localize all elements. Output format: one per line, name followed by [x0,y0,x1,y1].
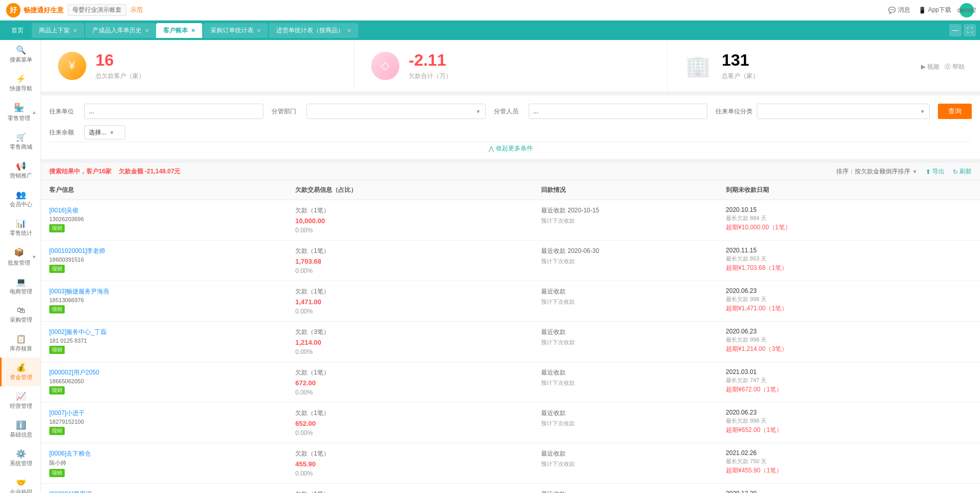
data-table: 客户信息 欠款交易信息（占比） 回款情况 到期未收款日期 [0016]吴俊 13… [41,181,980,493]
sidebar-item-retail-mgmt[interactable]: 🏪 零售管理 ▲ [0,97,41,127]
sidebar-item-inventory[interactable]: 📋 库存核算 [0,329,41,358]
app-download-btn[interactable]: 📱 App下载 [918,6,951,14]
customer-name-2[interactable]: [0003]畅捷服务尹海燕 [49,287,295,296]
debt-count-5: 欠款（1笔） [295,409,541,418]
system-name[interactable]: 母婴行业演示账套 [68,4,126,16]
overdue-amount-3[interactable]: 超期¥1,214.00（3笔） [726,345,972,353]
due-date-7: 2020.12.30 [726,490,972,493]
overdue-amount-2[interactable]: 超期¥1,471.00（1笔） [726,304,972,313]
help-circle-icon: ⓪ [945,63,951,71]
sidebar-item-purchase[interactable]: 🛍 采购管理 [0,301,41,329]
customer-name-7[interactable]: [000001]黄思源 [49,490,295,493]
overdue-amount-6[interactable]: 超期¥455.90（1笔） [726,466,972,475]
debt-info-7: 欠款（1笔） 429.00 0.00% [295,490,541,493]
building-icon: 🏢 [685,54,711,78]
debt-count-2: 欠款（1笔） [295,287,541,296]
query-button[interactable]: 查询 [938,104,972,119]
tab-expand-btn[interactable]: ⛶ [964,24,976,36]
filter-select-category[interactable]: ▼ [757,104,930,119]
tab-customer[interactable]: 客户账本 ✕ [156,23,202,38]
customer-name-1[interactable]: [0001020001]李老师 [49,247,295,255]
chevron-down-category-icon: ▼ [920,109,925,114]
sidebar-item-basic-info[interactable]: ℹ️ 基础信息 [0,415,41,444]
sidebar-item-quick-nav[interactable]: ⚡ 快捷导航 [0,69,41,97]
tab-stock[interactable]: 进货单统计表（按商品） ✕ [269,23,358,38]
sidebar-item-finance[interactable]: 💰 资金管理 [0,358,41,386]
customer-name-6[interactable]: [0006]去下粮仓 [49,449,295,458]
tab-purchase[interactable]: 采购订单统计表 ✕ [203,23,268,38]
export-btn[interactable]: ⬆ 导出 [926,167,945,176]
customer-phone-4: 18665062050 [49,378,295,384]
recovery-info-3: 最近收款 预计下次收款 [541,328,725,346]
overdue-amount-1[interactable]: 超期¥1,703.68（1笔） [726,264,972,272]
customer-name-3[interactable]: [0002]服务中心_丁磊 [49,328,295,337]
close-goods-tab[interactable]: ✕ [73,28,77,33]
sidebar-item-operations[interactable]: 📈 经营管理 [0,386,41,415]
message-icon: 💬 [888,7,896,14]
filter-input-person[interactable]: ... [529,104,708,119]
close-product-tab[interactable]: ✕ [145,28,149,33]
debt-amount-4[interactable]: 672.00 [295,379,541,387]
tab-product[interactable]: 产成品入库单历史 ✕ [85,23,156,38]
sidebar-item-collab[interactable]: 🤝 企业协同 [0,472,41,493]
debt-amount-2[interactable]: 1,471.00 [295,298,541,306]
table-row: [0016]吴俊 13026203696 现销 欠款（1笔） 10,000.00… [41,200,980,241]
message-btn[interactable]: 💬 消息 [888,6,910,14]
sidebar-item-member[interactable]: 👥 会员中心 [0,185,41,213]
due-info-6: 2021.02.26 最长欠款 750 天 超期¥455.90（1笔） [726,449,972,475]
debt-amount-5[interactable]: 652.00 [295,420,541,427]
customer-phone-0: 13026203696 [49,216,295,222]
debt-customer-label: 总欠款客户（家） [95,72,338,81]
debt-amount-6[interactable]: 455.90 [295,460,541,468]
video-btn[interactable]: ▶ 视频 [921,63,939,71]
overdue-amount-0[interactable]: 超期¥10,000.00（1笔） [726,223,972,232]
customer-info-2: [0003]畅捷服务尹海燕 18513066976 现销 [49,287,295,313]
close-customer-tab[interactable]: ✕ [191,28,195,33]
debt-amount-3[interactable]: 1,214.00 [295,339,541,346]
debt-amount-1[interactable]: 1,703.68 [295,258,541,265]
refresh-btn[interactable]: ↻ 刷新 [953,167,972,176]
table-row: [0003]畅捷服务尹海燕 18513066976 现销 欠款（1笔） 1,47… [41,281,980,322]
sidebar-item-retail-mall[interactable]: 🛒 零售商城 [0,127,41,156]
customer-name-4[interactable]: [000002]用户2050 [49,368,295,377]
logo-icon: 好 [6,3,21,17]
sidebar-item-retail-stats[interactable]: 📊 零售统计 [0,213,41,242]
customer-name-5[interactable]: [0007]小进干 [49,409,295,418]
filter-input-unit[interactable]: ... [84,104,263,119]
sidebar-item-marketing[interactable]: 📢 营销推广 [0,156,41,185]
topbar-right: 💬 消息 📱 App下载 demo2 [888,3,974,17]
debt-count-3: 欠款（3笔） [295,328,541,337]
debt-count-0: 欠款（1笔） [295,206,541,215]
filter-item-balance: 往来余额 选择... ▼ [49,125,125,140]
close-purchase-tab[interactable]: ✕ [257,28,261,33]
tab-collapse-btn[interactable]: — [949,24,962,36]
collapse-filter-btn[interactable]: ⋀ 收起更多条件 [49,142,972,155]
demo-tag[interactable]: 示范 [130,6,143,14]
overdue-amount-5[interactable]: 超期¥652.00（1笔） [726,426,972,435]
close-stock-tab[interactable]: ✕ [347,28,351,33]
tab-goods[interactable]: 商品上下架 ✕ [32,23,84,38]
sidebar-item-ecommerce[interactable]: 💻 电商管理 [0,272,41,301]
debt-count-6: 欠款（1笔） [295,449,541,458]
sort-select[interactable]: 排序：按欠款金额倒序排序 ▼ [836,167,917,176]
results-actions: 排序：按欠款金额倒序排序 ▼ ⬆ 导出 ↻ 刷新 [836,167,972,176]
sidebar-item-system[interactable]: ⚙️ 系统管理 [0,444,41,472]
sidebar-item-search[interactable]: 🔍 搜索菜单 [0,40,41,69]
help-btn[interactable]: ⓪ 帮助 [945,63,965,71]
debt-info-1: 欠款（1笔） 1,703.68 0.00% [295,247,541,274]
debt-amount-0[interactable]: 10,000.00 [295,217,541,225]
customer-name-0[interactable]: [0016]吴俊 [49,206,295,215]
collab-icon: 🤝 [4,478,39,487]
overdue-amount-4[interactable]: 超期¥672.00（1笔） [726,385,972,394]
due-info-3: 2020.06.23 最长欠款 998 天 超期¥1,214.00（3笔） [726,328,972,353]
tab-home[interactable]: 首页 [4,23,31,38]
ecommerce-icon: 💻 [4,277,39,287]
recovery-next-5: 预计下次收款 [541,420,725,427]
filter-select-dept[interactable]: ▼ [306,104,486,119]
sidebar-item-wholesale[interactable]: 📦 批发管理 ▼ [0,242,41,272]
filter-item-category: 往来单位分类 ▼ [716,104,930,119]
retail-mgmt-icon: 🏪 [14,103,24,112]
balance-dropdown[interactable]: 选择... ▼ [84,125,125,140]
money-circle-icon: ¥ [58,52,86,80]
sort-label: 排序：按欠款金额倒序排序 [836,167,910,176]
